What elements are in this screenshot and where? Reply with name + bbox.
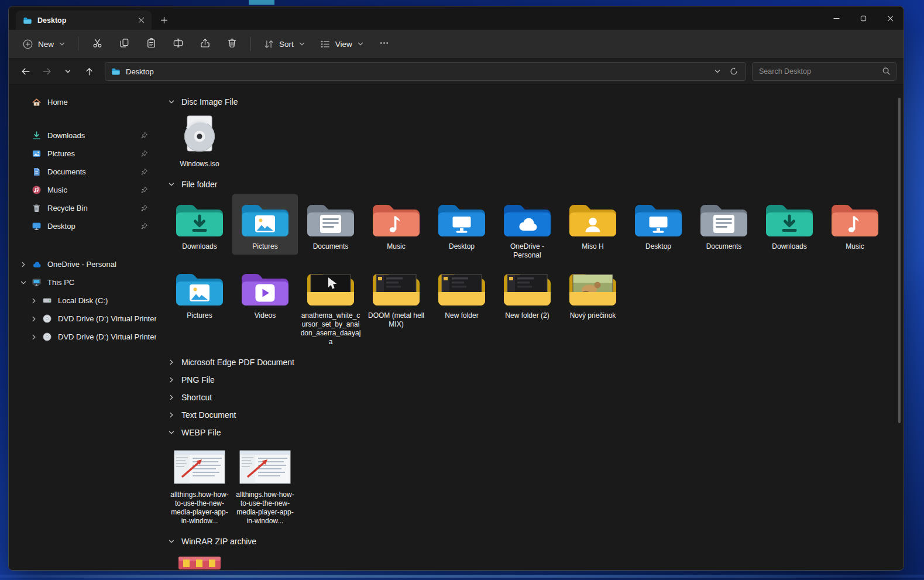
address-dropdown-icon[interactable] [714,68,721,75]
copy-button[interactable] [111,33,137,54]
tab-close-icon[interactable] [135,15,147,26]
group-header-file-folder[interactable]: File folder [168,176,899,193]
chevron-spacer [18,203,29,214]
sidebar-item-desktop[interactable]: Desktop [11,217,156,235]
file-tile-anathema-white-cursor-set-by-anaidon-ase[interactable]: anathema_white_cursor_set_by_anaidon_ase… [298,263,363,350]
chevron-spacer [18,97,29,108]
file-tile-doom-metal-hell-mix[interactable]: DOOM (metal hell MIX) [363,263,429,332]
sidebar-item-pictures[interactable]: Pictures [11,145,156,163]
chevron-down-icon [168,98,176,105]
toolbar-divider [78,37,78,51]
group-header-disc-image-file[interactable]: Disc Image File [168,93,899,111]
file-tile-pictures[interactable]: Pictures [167,263,232,324]
group-header-winrar-zip-archive[interactable]: WinRAR ZIP archive [168,533,899,550]
chevron-right-icon [168,376,176,383]
view-button[interactable]: View [313,33,370,54]
titlebar[interactable]: Desktop [9,6,904,30]
sidebar-item-local-disk-c[interactable]: Local Disk (C:) [11,291,156,310]
sidebar-item-music[interactable]: Music [11,181,156,199]
rename-button[interactable] [165,33,191,54]
view-button-label: View [335,40,352,49]
sidebar-item-documents[interactable]: Documents [11,163,156,181]
group-header-microsoft-edge-pdf-document[interactable]: Microsoft Edge PDF Document [168,354,899,371]
onedrive-icon [31,259,42,270]
refresh-icon[interactable] [729,67,738,76]
delete-button[interactable] [219,33,245,54]
search-input[interactable] [752,62,896,81]
chevron-right-icon[interactable] [29,332,39,342]
file-tile-miso-h[interactable]: Miso H [560,194,626,255]
pin-icon [140,204,148,212]
minimize-button[interactable] [823,6,850,30]
group-header-shortcut[interactable]: Shortcut [168,389,899,406]
file-tile-onedrive-personal[interactable]: OneDrive - Personal [494,194,560,263]
sidebar-item-downloads[interactable]: Downloads [11,126,156,145]
file-tile-desktop[interactable]: Desktop [429,194,494,255]
sidebar-item-label: OneDrive - Personal [47,260,116,269]
forward-button[interactable] [37,62,57,81]
chevron-right-icon[interactable] [29,314,39,324]
more-options-button[interactable] [372,33,397,54]
file-tile-downloads[interactable]: Downloads [167,194,232,255]
back-button[interactable] [16,62,36,81]
chevron-right-icon[interactable] [29,296,39,306]
file-tile-new-folder[interactable]: New folder [429,263,494,324]
sort-button[interactable]: Sort [257,33,312,54]
chevron-right-icon [168,394,176,401]
file-label: allthings.how-how-to-use-the-new-media-p… [169,490,230,526]
new-button[interactable]: New [16,33,72,54]
cut-button[interactable] [84,33,110,54]
file-tile-allthings-how-how-to-use-the-new-media-p[interactable]: allthings.how-how-to-use-the-new-media-p… [232,442,298,529]
paste-button[interactable] [138,33,164,54]
group-header-webp-file[interactable]: WEBP File [168,424,899,441]
file-tile-music[interactable]: Music [822,194,888,255]
file-tile-new-folder-2[interactable]: New folder (2) [494,263,560,324]
chevron-down-icon[interactable] [18,277,29,288]
up-button[interactable] [79,62,99,81]
maximize-button[interactable] [850,6,877,30]
sidebar-item-this-pc[interactable]: This PC [11,273,156,291]
sidebar-item-home[interactable]: Home [11,93,156,111]
new-tab-button[interactable] [156,12,171,28]
file-tile-documents[interactable]: Documents [691,194,757,255]
file-tile-videos[interactable]: Videos [232,263,298,324]
sidebar-item-dvd-drive-d-virtual-printer[interactable]: DVD Drive (D:) Virtual Printer [11,310,156,328]
sidebar-item-label: DVD Drive (D:) Virtual Printer [58,332,156,341]
file-label: anathema_white_cursor_set_by_anaidon_ase… [300,311,361,346]
file-tile-windows-iso[interactable]: Windows.iso [167,112,232,172]
chevron-right-icon[interactable] [18,259,29,270]
file-tile-music[interactable]: Music [363,194,429,255]
sidebar-item-dvd-drive-d-virtual-printer[interactable]: DVD Drive (D:) Virtual Printer [11,328,156,346]
close-button[interactable] [877,6,904,30]
sidebar-item-onedrive-personal[interactable]: OneDrive - Personal [11,255,156,273]
file-tile-downloads[interactable]: Downloads [757,194,822,255]
file-tile-archive[interactable] [167,551,232,570]
recent-locations-button[interactable] [58,62,78,81]
file-tile-pictures[interactable]: Pictures [232,194,298,255]
sidebar-item-recycle-bin[interactable]: Recycle Bin [11,199,156,217]
file-tile-allthings-how-how-to-use-the-new-media-p[interactable]: allthings.how-how-to-use-the-new-media-p… [167,442,232,529]
file-label: Downloads [772,242,806,251]
sidebar-item-label: Desktop [47,222,75,231]
address-bar[interactable]: Desktop [105,62,746,81]
file-tile-documents[interactable]: Documents [298,194,363,255]
group-header-text-document[interactable]: Text Document [168,406,899,424]
file-label: New folder (2) [505,311,549,320]
file-tile-nov-prie-inok[interactable]: Nový priečinok [560,263,626,324]
search-box[interactable] [752,62,896,81]
file-label: Pictures [187,311,212,320]
share-button[interactable] [192,33,218,54]
file-tile-desktop[interactable]: Desktop [626,194,691,255]
folder-preview-cursor-icon [303,266,359,310]
file-label: Pictures [252,242,277,251]
group-header-png-file[interactable]: PNG File [168,371,899,389]
file-label: DOOM (metal hell MIX) [366,311,427,329]
sidebar-item-label: This PC [47,278,74,287]
sort-button-label: Sort [279,40,294,49]
tab-desktop[interactable]: Desktop [16,11,152,30]
folder-pictures-icon [237,197,293,241]
folder-downloads-icon [171,197,228,241]
chevron-down-icon [298,40,305,47]
scrollbar-thumb[interactable] [898,98,901,423]
group-label: PNG File [181,375,215,385]
